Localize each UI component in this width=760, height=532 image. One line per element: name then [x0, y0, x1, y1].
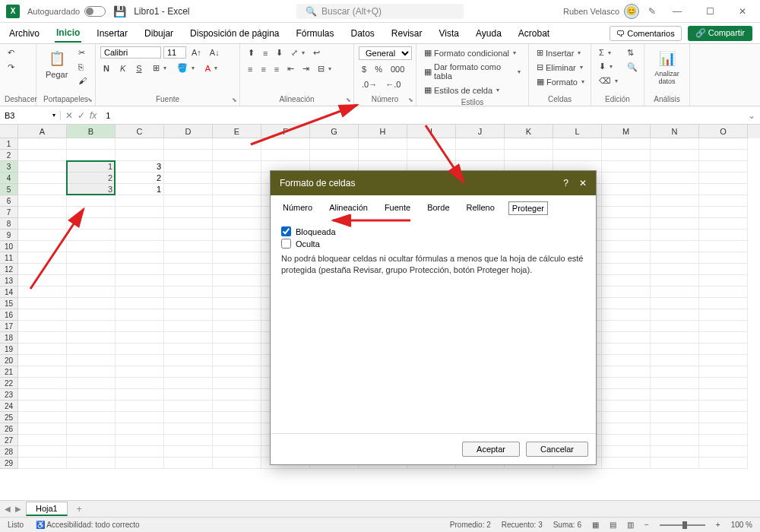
cell[interactable] [602, 161, 651, 173]
cell[interactable] [164, 230, 213, 241]
cell[interactable] [651, 435, 699, 446]
delete-cells-button[interactable]: ⊟ Eliminar [534, 61, 587, 74]
cell[interactable] [67, 287, 116, 298]
cell[interactable] [602, 218, 651, 230]
cell[interactable] [164, 344, 213, 355]
increase-decimal-button[interactable]: .0→ [359, 78, 380, 90]
row-header[interactable]: 14 [0, 287, 18, 298]
row-header[interactable]: 2 [0, 150, 18, 161]
cell[interactable] [213, 207, 261, 218]
tab-archivo[interactable]: Archivo [8, 25, 41, 42]
cell[interactable] [651, 252, 699, 264]
cell[interactable] [602, 355, 651, 366]
cell[interactable] [699, 241, 748, 252]
insert-cells-button[interactable]: ⊞ Insertar [534, 46, 587, 59]
cell[interactable] [164, 173, 213, 184]
font-size-select[interactable] [163, 46, 186, 59]
cell[interactable] [18, 218, 67, 230]
cell[interactable] [602, 195, 651, 207]
minimize-icon[interactable]: — [665, 3, 689, 20]
column-header[interactable]: A [18, 125, 67, 138]
tab-acrobat[interactable]: Acrobat [517, 25, 551, 42]
cell[interactable] [699, 321, 748, 332]
pencil-icon[interactable]: ✎ [648, 6, 656, 17]
cell[interactable] [651, 332, 699, 344]
cell[interactable] [602, 332, 651, 344]
cancel-button[interactable]: Cancelar [526, 442, 588, 457]
status-accessibility[interactable]: ♿ Accesibilidad: todo correcto [36, 521, 140, 529]
cell[interactable] [164, 458, 213, 469]
cell[interactable] [213, 423, 261, 435]
cell[interactable] [699, 378, 748, 389]
tab-formulas[interactable]: Fórmulas [294, 25, 335, 42]
cell[interactable] [164, 378, 213, 389]
cell[interactable]: 2 [67, 173, 116, 184]
cell[interactable] [18, 264, 67, 275]
border-button[interactable]: ⊞ [150, 62, 169, 74]
cell[interactable] [18, 366, 67, 378]
dialog-help-icon[interactable]: ? [563, 178, 568, 188]
column-header[interactable]: B [67, 125, 116, 138]
cell[interactable] [699, 423, 748, 435]
column-header[interactable]: H [359, 125, 407, 138]
cell[interactable]: 2 [116, 173, 164, 184]
cut-button[interactable]: ✂ [75, 46, 90, 59]
cell[interactable] [602, 241, 651, 252]
expand-formula-icon[interactable]: ⌄ [743, 110, 760, 121]
cell[interactable] [651, 389, 699, 401]
cell[interactable] [18, 355, 67, 366]
cell[interactable] [18, 446, 67, 458]
tab-vista[interactable]: Vista [438, 25, 461, 42]
cell[interactable] [407, 138, 456, 150]
cell[interactable] [213, 355, 261, 366]
cell[interactable] [18, 287, 67, 298]
font-launcher[interactable]: ⬊ [232, 97, 237, 103]
cell[interactable] [310, 138, 359, 150]
cell[interactable] [67, 389, 116, 401]
cell[interactable] [116, 378, 164, 389]
cell[interactable] [213, 275, 261, 287]
cell[interactable] [67, 366, 116, 378]
cell[interactable] [651, 230, 699, 241]
cell[interactable] [18, 321, 67, 332]
row-header[interactable]: 21 [0, 366, 18, 378]
cell[interactable] [164, 150, 213, 161]
cell[interactable] [213, 230, 261, 241]
wrap-text-button[interactable]: ↩ [310, 46, 323, 59]
align-top-button[interactable]: ⬆ [245, 46, 258, 59]
cell[interactable] [213, 366, 261, 378]
cell[interactable] [213, 389, 261, 401]
formula-input[interactable]: 1 [101, 111, 743, 120]
cell[interactable] [602, 458, 651, 469]
cell[interactable] [651, 423, 699, 435]
cell[interactable] [213, 150, 261, 161]
cell[interactable] [116, 298, 164, 309]
row-header[interactable]: 6 [0, 195, 18, 207]
row-header[interactable]: 15 [0, 298, 18, 309]
cell[interactable] [67, 230, 116, 241]
cell[interactable] [456, 150, 505, 161]
cell[interactable] [602, 344, 651, 355]
currency-button[interactable]: $ [359, 63, 369, 75]
cell[interactable] [18, 344, 67, 355]
cell[interactable] [67, 355, 116, 366]
cell[interactable] [213, 298, 261, 309]
cell[interactable] [651, 275, 699, 287]
cell[interactable] [602, 389, 651, 401]
cell[interactable] [699, 150, 748, 161]
cell[interactable] [67, 401, 116, 412]
cell[interactable] [18, 230, 67, 241]
cell[interactable] [67, 321, 116, 332]
cell[interactable] [505, 150, 553, 161]
cell[interactable] [602, 321, 651, 332]
tab-datos[interactable]: Datos [350, 25, 376, 42]
cell[interactable] [18, 241, 67, 252]
cell[interactable] [602, 287, 651, 298]
cell[interactable] [67, 218, 116, 230]
cell[interactable] [116, 230, 164, 241]
cell[interactable] [651, 401, 699, 412]
row-header[interactable]: 12 [0, 264, 18, 275]
column-header[interactable]: F [261, 125, 310, 138]
font-color-button[interactable]: A [202, 62, 220, 74]
close-icon[interactable]: ✕ [731, 3, 754, 20]
